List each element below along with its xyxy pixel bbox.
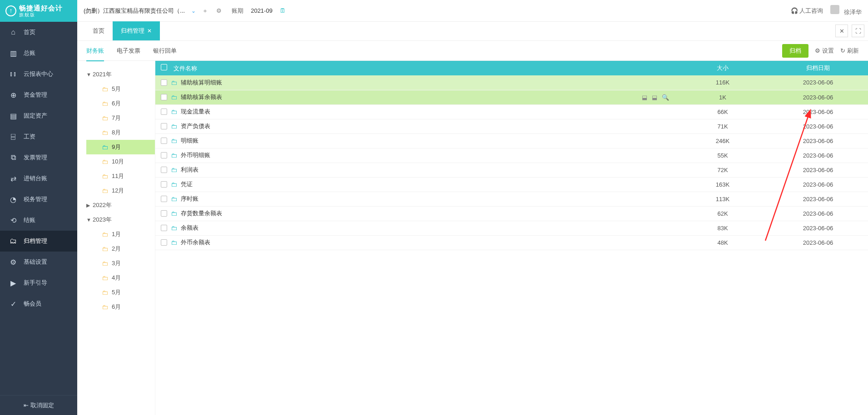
- add-company-button[interactable]: ＋: [200, 5, 210, 17]
- file-table-wrap: 文件名称 大小 归档日期 🗀辅助核算明细账116K2023-06-06🗀辅助核算…: [155, 61, 868, 415]
- fullscreen-button[interactable]: ⛶: [852, 25, 864, 37]
- tree-month-0-6[interactable]: 🗀11月: [86, 169, 155, 183]
- tree-month-0-4[interactable]: 🗀9月: [86, 140, 155, 154]
- sidebar-item-12[interactable]: ▶新手引导: [0, 272, 77, 293]
- table-row[interactable]: 🗀序时账113K2023-06-06: [155, 192, 868, 206]
- menu-label: 畅会员: [24, 300, 41, 308]
- row-checkbox[interactable]: [161, 123, 167, 129]
- table-row[interactable]: 🗀现金流量表66K2023-06-06: [155, 104, 868, 119]
- tree-month-0-1[interactable]: 🗀6月: [86, 96, 155, 111]
- user-chip[interactable]: 徐泽华: [830, 5, 862, 16]
- company-selector[interactable]: (勿删）江西服宝精品有限责任公司（...: [84, 7, 185, 15]
- sidebar-item-13[interactable]: ✓畅会员: [0, 293, 77, 314]
- sidebar-item-5[interactable]: ⌸工资: [0, 126, 77, 147]
- tree-month-2-5[interactable]: 🗀6月: [86, 300, 155, 314]
- view-pdf-icon[interactable]: 🔍PDF查看: [662, 94, 669, 101]
- tree-month-0-5[interactable]: 🗀10月: [86, 154, 155, 169]
- tree-month-2-2[interactable]: 🗀3月: [86, 256, 155, 271]
- tree-month-0-7[interactable]: 🗀12月: [86, 183, 155, 198]
- refresh-icon: ↻: [840, 47, 845, 54]
- sidebar-item-10[interactable]: 🗂归档管理: [0, 231, 77, 252]
- avatar-icon: [830, 5, 839, 14]
- tree-year-2[interactable]: ▼2023年: [86, 212, 155, 227]
- subtab-1[interactable]: 电子发票: [117, 41, 140, 61]
- sidebar-item-7[interactable]: ⇄进销台账: [0, 168, 77, 189]
- close-tab-button[interactable]: ✕: [835, 25, 848, 37]
- table-row[interactable]: 🗀余额表83K2023-06-06: [155, 221, 868, 235]
- tree-month-0-2[interactable]: 🗀7月: [86, 111, 155, 125]
- folder-icon: 🗀: [102, 187, 108, 194]
- row-checkbox[interactable]: [161, 94, 167, 100]
- row-checkbox[interactable]: [161, 181, 167, 188]
- row-checkbox[interactable]: [161, 196, 167, 202]
- logo-text: 畅捷通好会计: [19, 4, 63, 13]
- table-row[interactable]: 🗀资产负债表71K2023-06-06: [155, 119, 868, 133]
- tree-year-0[interactable]: ▼2021年: [86, 67, 155, 82]
- tree-month-2-1[interactable]: 🗀2月: [86, 242, 155, 256]
- tree-month-0-0[interactable]: 🗀5月: [86, 82, 155, 96]
- archive-date: 2023-06-06: [768, 75, 868, 90]
- row-checkbox[interactable]: [161, 167, 167, 173]
- table-row[interactable]: 🗀凭证163K2023-06-06: [155, 177, 868, 192]
- calendar-icon[interactable]: 🗓: [280, 7, 286, 14]
- menu-icon: ⫾⫾: [9, 70, 17, 78]
- tree-month-0-3[interactable]: 🗀8月: [86, 125, 155, 140]
- sidebar-item-0[interactable]: ⌂首页: [0, 22, 77, 43]
- sidebar-item-3[interactable]: ⊕资金管理: [0, 84, 77, 105]
- close-icon[interactable]: ✕: [147, 28, 152, 34]
- menu-icon: ▤: [9, 112, 17, 120]
- table-row[interactable]: 🗀辅助核算明细账116K2023-06-06: [155, 75, 868, 90]
- tab-1[interactable]: 归档管理✕: [113, 21, 160, 40]
- select-all-checkbox[interactable]: [161, 64, 167, 70]
- table-row[interactable]: 🗀存货数量余额表62K2023-06-06: [155, 206, 868, 221]
- tree-month-2-3[interactable]: 🗀4月: [86, 271, 155, 285]
- help-link[interactable]: 🎧 人工咨询: [791, 7, 823, 15]
- sidebar-item-8[interactable]: ◔税务管理: [0, 189, 77, 210]
- row-checkbox[interactable]: [161, 210, 167, 217]
- row-checkbox[interactable]: [161, 109, 167, 115]
- file-name: 凭证: [181, 180, 193, 188]
- unpin-button[interactable]: ⇤ 取消固定: [0, 395, 77, 415]
- chevron-down-icon[interactable]: ⌄: [191, 8, 196, 14]
- sidebar-item-1[interactable]: ▥总账: [0, 43, 77, 64]
- row-checkbox[interactable]: [161, 79, 167, 86]
- folder-icon: 🗀: [171, 108, 177, 115]
- settings-label: 设置: [822, 47, 834, 55]
- download-pdf-icon[interactable]: ⬓: [652, 94, 657, 101]
- row-checkbox[interactable]: [161, 152, 167, 158]
- table-row[interactable]: 🗀利润表72K2023-06-06: [155, 163, 868, 177]
- subtab-2[interactable]: 银行回单: [153, 41, 177, 61]
- company-settings-button[interactable]: ⚙: [214, 5, 223, 16]
- settings-link[interactable]: ⚙ 设置: [815, 47, 834, 55]
- archive-button[interactable]: 归档: [782, 44, 808, 58]
- table-row[interactable]: 🗀明细账246K2023-06-06: [155, 133, 868, 148]
- row-checkbox[interactable]: [161, 239, 167, 246]
- table-row[interactable]: 🗀外币明细账55K2023-06-06: [155, 148, 868, 163]
- row-checkbox[interactable]: [161, 138, 167, 144]
- tab-0[interactable]: 首页: [84, 21, 113, 40]
- subtab-0[interactable]: 财务账: [86, 41, 104, 61]
- sidebar-item-11[interactable]: ⚙基础设置: [0, 252, 77, 272]
- tree-year-1[interactable]: ▶2022年: [86, 198, 155, 212]
- sidebar-item-4[interactable]: ▤固定资产: [0, 105, 77, 126]
- sidebar-item-2[interactable]: ⫾⫾云报表中心: [0, 64, 77, 84]
- tree-month-2-4[interactable]: 🗀5月: [86, 285, 155, 300]
- refresh-label: 刷新: [847, 47, 859, 55]
- download-excel-icon[interactable]: ⬓: [642, 94, 647, 101]
- name-cell: 🗀辅助核算余额表⬓⬓🔍PDF查看: [161, 93, 672, 101]
- table-row[interactable]: 🗀辅助核算余额表⬓⬓🔍PDF查看1K2023-06-06: [155, 90, 868, 104]
- archive-date: 2023-06-06: [768, 206, 868, 221]
- row-checkbox[interactable]: [161, 225, 167, 231]
- folder-icon: 🗀: [102, 289, 108, 296]
- sidebar-item-6[interactable]: ⧉发票管理: [0, 147, 77, 168]
- refresh-link[interactable]: ↻ 刷新: [840, 47, 859, 55]
- table-row[interactable]: 🗀外币余额表48K2023-06-06: [155, 235, 868, 250]
- folder-icon: 🗀: [102, 114, 108, 122]
- sidebar-item-9[interactable]: ⟲结账: [0, 210, 77, 231]
- file-name: 辅助核算余额表: [181, 93, 222, 101]
- user-name: 徐泽华: [844, 9, 862, 15]
- period-value[interactable]: 2021-09: [251, 7, 273, 14]
- archive-date: 2023-06-06: [768, 104, 868, 119]
- tree-month-2-0[interactable]: 🗀1月: [86, 227, 155, 242]
- period-label: 账期: [232, 7, 243, 15]
